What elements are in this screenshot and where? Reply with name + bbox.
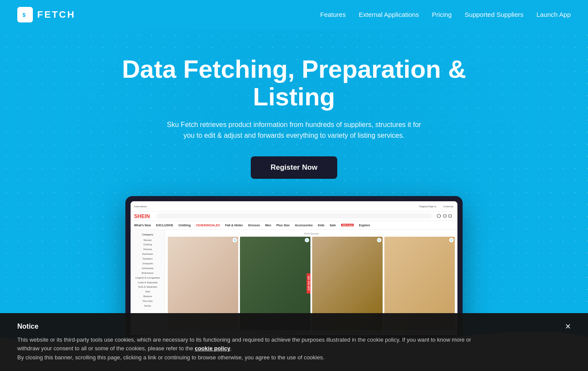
logo-text: FETCH [37, 9, 75, 20]
cookie-header: Notice × [17, 322, 571, 331]
svg-text:Customer Care: Customer Care [443, 205, 454, 208]
svg-text:$: $ [22, 12, 26, 18]
svg-text:International Site: International Site [134, 205, 147, 208]
nav-links: Features External Applications Pricing S… [320, 11, 571, 19]
hero-title: Data Fetching, Preparation & Listing [99, 55, 489, 111]
svg-text:Register/Sign In: Register/Sign In [419, 205, 436, 208]
svg-rect-9 [449, 215, 451, 217]
logo-icon: $ [17, 7, 33, 22]
svg-rect-8 [444, 215, 446, 217]
shein-topbar: International Site USD Register/Sign In … [131, 201, 457, 212]
nav-item-supported-suppliers[interactable]: Supported Suppliers [465, 11, 524, 18]
svg-text:SHEIN: SHEIN [134, 213, 150, 219]
hero-section: Data Fetching, Preparation & Listing Sku… [0, 29, 588, 354]
launch-app-button[interactable]: Launch App [537, 11, 571, 18]
svg-point-7 [437, 214, 441, 218]
shein-nav: What's New EXCLUSIVE Clothing #SHEININSA… [131, 221, 457, 230]
logo[interactable]: $ FETCH [17, 7, 75, 22]
cookie-text: This website or its third-party tools us… [17, 336, 493, 354]
cookie-title: Notice [17, 323, 38, 330]
product-count: 4316 Results [168, 232, 455, 235]
navbar: $ FETCH Features External Applications P… [0, 0, 588, 29]
cookie-notice: Notice × This website or its third-party… [0, 313, 588, 354]
cookie-close-button[interactable]: × [565, 322, 571, 331]
nav-item-external-applications[interactable]: External Applications [359, 11, 419, 18]
shein-logo-bar: SHEIN [131, 212, 457, 221]
hero-subtitle: Sku Fetch retrieves product information … [164, 119, 424, 141]
nav-item-features[interactable]: Features [320, 11, 346, 18]
cookie-body-text: This website or its third-party tools us… [17, 336, 471, 352]
promo-ribbon: GET 15% OFF! [307, 273, 310, 294]
nav-item-pricing[interactable]: Pricing [432, 11, 452, 18]
register-now-button[interactable]: Register Now [251, 156, 338, 179]
cookie-policy-link[interactable]: cookie policy [195, 345, 230, 352]
